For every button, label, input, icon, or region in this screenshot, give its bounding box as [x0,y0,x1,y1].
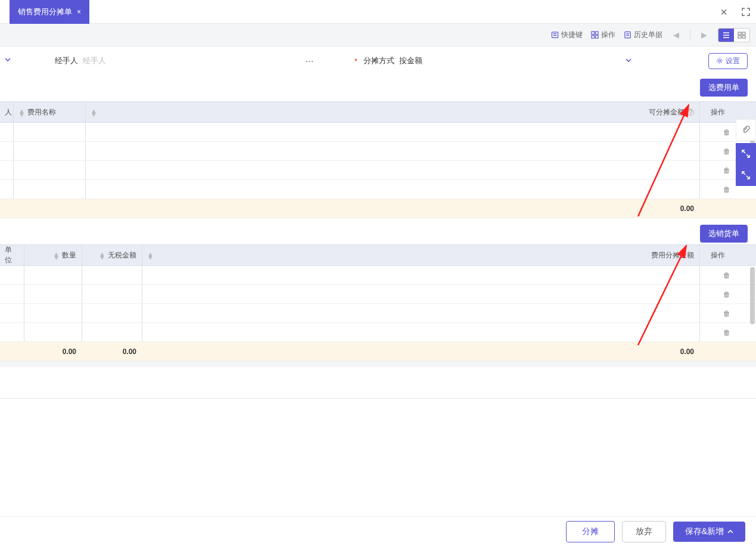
section-gap [0,361,756,367]
table-row [0,142,756,161]
shortcut-label: 快捷键 [561,30,583,40]
select-expense-button[interactable]: 选费用单 [700,79,748,97]
table2-toolbar: 选销货单 [0,218,756,244]
svg-rect-6 [738,32,741,35]
col-qty[interactable]: ▲▼ 数量 [24,245,82,265]
expand-in-icon[interactable] [736,165,756,186]
col-left-partial: 人 [0,102,13,122]
next-record-icon[interactable]: ▶ [699,30,710,39]
settings-label: 设置 [726,56,740,66]
col-operation2: 操作 [700,245,748,265]
table1-header: 人 ▲▼ 费用名称 ▲▼ 可分摊金额 ? 操作 [0,101,756,123]
active-tab[interactable]: 销售费用分摊单 × [10,0,89,24]
col-notax[interactable]: ▲▼ 无税金额 [82,245,142,265]
total-notax: 0.00 [82,342,142,361]
notes-area[interactable] [0,367,756,398]
delete-row-icon[interactable] [711,290,742,299]
collapse-chevron-icon[interactable] [4,55,12,66]
history-label: 历史单据 [634,30,662,40]
save-new-button[interactable]: 保存&新增 [673,522,745,542]
sort-icon[interactable]: ▲▼ [147,252,154,259]
delete-row-icon[interactable] [711,328,742,337]
sort-icon[interactable]: ▲▼ [91,108,97,116]
operate-label: 操作 [601,30,615,40]
history-button[interactable]: 历史单据 [624,30,662,40]
svg-rect-0 [552,32,558,38]
delete-row-icon[interactable] [711,271,742,280]
prev-record-icon[interactable]: ◀ [671,30,682,39]
sales-table: 单位 ▲▼ 数量 ▲▼ 无税金额 ▲▼ 费用分摊金额 操作 [0,244,756,361]
handler-label: 经手人 [55,55,78,66]
svg-point-10 [718,60,720,61]
total-qty: 0.00 [24,342,82,361]
shortcut-button[interactable]: 快捷键 [551,30,583,40]
side-dock [736,119,756,186]
table-row [0,180,756,199]
svg-rect-7 [742,32,745,35]
action-toolbar: 快捷键 操作 历史单据 ◀ ▶ [0,24,756,46]
sort-icon[interactable]: ▲▼ [18,108,25,116]
select-sales-button[interactable]: 选销货单 [700,225,748,243]
delete-row-icon[interactable] [711,309,742,318]
view-toggle [718,28,750,42]
svg-rect-9 [742,36,745,38]
table-row [0,123,756,142]
info-icon[interactable]: ? [687,108,694,116]
expand-out-icon[interactable] [736,143,756,165]
svg-rect-5 [625,32,630,38]
sort-icon[interactable]: ▲▼ [99,252,105,259]
handler-lookup-icon[interactable]: ··· [302,57,318,66]
col-fee-name[interactable]: ▲▼ 费用名称 [14,102,85,122]
table-row [0,266,756,285]
footer-bar: 分摊 放弃 保存&新增 [0,516,756,546]
sort-icon[interactable]: ▲▼ [53,252,60,259]
attachment-icon[interactable] [736,119,756,141]
settings-button[interactable]: 设置 [708,53,748,69]
svg-rect-2 [595,32,598,35]
view-grid-icon[interactable] [734,29,749,42]
table1-toolbar: 选费用单 [0,75,756,101]
table2-scrollbar[interactable] [750,267,755,324]
tab-bar: 销售费用分摊单 × × [0,0,756,24]
tab-title: 销售费用分摊单 [18,7,72,17]
window-close-icon[interactable]: × [714,2,733,21]
col-spacer[interactable]: ▲▼ [86,102,616,122]
method-select[interactable] [399,54,620,68]
table2-header: 单位 ▲▼ 数量 ▲▼ 无税金额 ▲▼ 费用分摊金额 操作 [0,244,756,266]
col-alloc-amount2[interactable]: 费用分摊金额 [616,245,699,265]
svg-rect-8 [738,36,741,38]
chevron-up-icon [727,529,733,535]
table2-total-row: 0.00 0.00 0.00 [0,342,756,361]
total-alloc: 0.00 [616,342,699,361]
table-row [0,304,756,323]
discard-button[interactable]: 放弃 [622,521,666,542]
form-filter-row: 经手人 ··· * 分摊方式 设置 [0,46,756,75]
method-chevron-icon[interactable] [624,56,633,66]
svg-rect-4 [595,35,598,38]
col-alloc-amount[interactable]: 可分摊金额 ? [616,102,699,122]
tab-close-icon[interactable]: × [77,8,81,16]
col-unit[interactable]: 单位 [0,245,24,265]
distribute-button[interactable]: 分摊 [566,521,615,542]
operate-button[interactable]: 操作 [591,30,615,40]
expense-table: 人 ▲▼ 费用名称 ▲▼ 可分摊金额 ? 操作 [0,101,756,218]
table-row [0,161,756,180]
total-amount: 0.00 [616,199,699,218]
table-row [0,285,756,304]
save-label: 保存&新增 [685,526,724,537]
required-marker: * [354,57,357,66]
col-spacer2[interactable]: ▲▼ [142,245,616,265]
handler-input[interactable] [83,54,297,68]
fullscreen-icon[interactable] [741,7,751,17]
view-list-icon[interactable] [718,29,734,42]
divider [0,398,756,399]
delete-row-icon[interactable] [711,185,742,194]
table-row [0,323,756,342]
separator [690,30,690,41]
table1-total-row: 0.00 [0,199,756,218]
svg-rect-3 [592,35,595,38]
method-label: 分摊方式 [363,55,394,66]
svg-rect-1 [592,32,595,35]
